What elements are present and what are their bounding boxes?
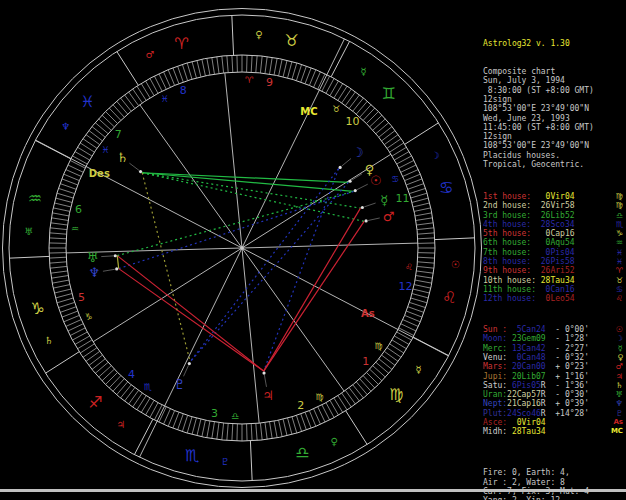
sign-boundary-line <box>232 15 234 55</box>
degree-tick <box>288 418 292 434</box>
house-cusp-line <box>242 248 259 423</box>
planet-row: Jupi: 20Lib07 + 1°16'♃ <box>483 372 626 381</box>
house-row: 2nd house: 26Vir58♍ <box>483 201 626 210</box>
venus-icon: ♀ <box>365 162 375 177</box>
venus-position-dot <box>348 180 351 183</box>
degree-tick <box>279 59 283 76</box>
degree-tick <box>202 59 206 76</box>
zodiac-sign-icon: ♋ <box>439 178 453 197</box>
degree-tick <box>387 348 401 358</box>
aspect-line <box>119 269 264 371</box>
degree-tick <box>392 340 406 349</box>
degree-tick <box>283 419 287 436</box>
house-number: 8 <box>180 84 187 97</box>
degree-tick <box>109 376 121 388</box>
degree-tick <box>387 139 401 149</box>
sign-ruler-icon: ♃ <box>116 419 125 430</box>
uranus-icon: ♅ <box>86 250 98 265</box>
degree-tick <box>117 101 128 114</box>
degree-tick <box>192 418 196 434</box>
planet-icon: ☿ <box>618 344 623 353</box>
degree-tick <box>217 422 219 439</box>
sign-ruler-icon: ♀ <box>330 436 337 447</box>
degree-tick <box>416 276 433 279</box>
degree-tick <box>58 188 74 193</box>
house-row: 12th house: 0Leo54♌ <box>483 294 626 303</box>
degree-tick <box>376 123 389 134</box>
house-cusp-sign-icon: ♈ <box>245 75 254 85</box>
degree-tick <box>279 420 283 437</box>
sign-ruler-icon: ♄ <box>44 335 53 346</box>
degree-tick <box>50 233 67 234</box>
degree-tick <box>56 294 72 298</box>
degree-tick <box>413 289 430 293</box>
house-sign-icon: ♑ <box>616 229 623 238</box>
degree-tick <box>192 62 196 78</box>
planet-pointer <box>184 365 189 376</box>
degree-tick <box>265 57 267 74</box>
zodiac-sign-icon: ♑ <box>31 299 45 318</box>
house-number: 2 <box>297 399 304 412</box>
degree-tick <box>207 421 210 438</box>
house-cusp-sign-icon: ♓ <box>101 145 109 155</box>
degree-tick <box>60 307 76 313</box>
degree-tick <box>418 257 435 258</box>
degree-tick <box>360 105 371 118</box>
degree-tick <box>173 412 179 428</box>
degree-tick <box>51 223 68 225</box>
stats-line: Fire: 0, Earth: 4, <box>483 468 626 477</box>
degree-tick <box>349 95 359 108</box>
degree-tick <box>99 366 112 377</box>
planet-pointer <box>364 203 375 207</box>
mars-position-dot <box>364 219 367 222</box>
degree-tick <box>413 203 430 207</box>
house-row: 7th house: 0Pis04♓ <box>483 248 626 257</box>
degree-tick <box>227 423 228 440</box>
zodiac-sign-icon: ♓ <box>80 92 94 111</box>
degree-tick <box>353 98 364 111</box>
aspect-line <box>190 169 338 362</box>
degree-tick <box>77 147 91 156</box>
degree-tick <box>129 92 139 106</box>
degree-tick <box>376 362 389 373</box>
degree-tick <box>182 415 187 431</box>
degree-tick <box>50 262 67 263</box>
degree-tick <box>418 238 435 239</box>
header-line: 8:30:00 (ST +8:00 GMT) <box>483 86 626 95</box>
degree-tick <box>296 64 301 80</box>
degree-tick <box>187 417 192 433</box>
degree-tick <box>334 83 343 97</box>
angle-label-mc: MC <box>300 106 317 117</box>
degree-tick <box>405 315 421 322</box>
planet-pointer <box>103 269 115 271</box>
zodiac-sign-icon: ♈ <box>174 34 188 53</box>
house-sign-icon: ♌ <box>616 294 623 303</box>
element-statistics: Fire: 0, Earth: 4,Air : 2, Water: 8Car: … <box>483 468 626 500</box>
planet-pointer <box>342 159 351 167</box>
planet-icon: ♀ <box>617 353 623 362</box>
degree-tick <box>274 58 277 75</box>
house-number: 12 <box>398 280 412 293</box>
zodiac-sign-icon: ♒ <box>28 189 42 208</box>
astrolog-window: ♈♂♉♀♊☿♋☽♌☉♍☿♎♀♏♇♐♃♑♄♒♅♓♆1♍2♍3♎4♏5♑6♒7♓8♓… <box>0 0 626 500</box>
degree-tick <box>168 70 175 86</box>
planet-row: Nept:21Cap16R + 0°39'♆ <box>483 399 626 408</box>
degree-tick <box>309 70 316 86</box>
planet-row: Merc: 13Can42 - 2°27'☿ <box>483 344 626 353</box>
saturn-icon: ♄ <box>116 150 128 165</box>
zodiac-sign-icon: ♍ <box>389 385 403 404</box>
degree-tick <box>52 213 69 216</box>
planet-pointer <box>357 184 368 189</box>
degree-tick <box>296 415 301 431</box>
aspect-line <box>142 173 353 192</box>
planet-pointer <box>129 163 139 170</box>
degree-tick <box>409 188 425 193</box>
sign-ruler-icon: ☉ <box>451 259 460 270</box>
sign-ruler-icon: ☿ <box>360 66 366 77</box>
degree-tick <box>54 203 71 207</box>
degree-tick <box>212 57 215 74</box>
house-row: 11th house: 0Can16♋ <box>483 285 626 294</box>
degree-tick <box>92 359 105 370</box>
sign-ruler-icon: ♆ <box>61 121 70 132</box>
degree-tick <box>412 198 428 202</box>
